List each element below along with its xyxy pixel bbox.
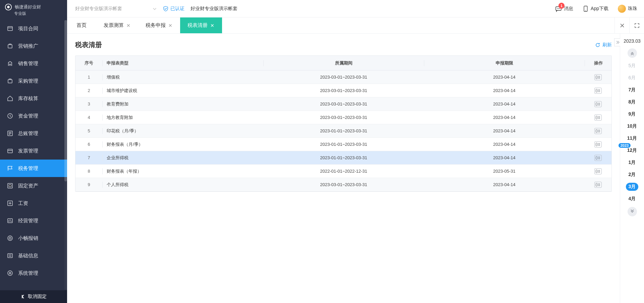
month-item[interactable]: 9月 <box>626 110 639 118</box>
tab-close-icon[interactable]: ✕ <box>168 23 172 28</box>
tab-home[interactable]: 首页 <box>67 17 96 33</box>
table-row[interactable]: 6财务报表（月/季）2023-01-01~2023-03-312023-04-1… <box>75 138 611 151</box>
topbar-right: 1 消息 App下载 珠珠 <box>555 5 637 13</box>
row-view-button[interactable] <box>594 115 602 121</box>
table-row[interactable]: 3教育费附加2023-03-01~2023-03-312023-04-14 <box>75 97 611 111</box>
sidebar-item[interactable]: 小畅报销 <box>0 229 67 247</box>
cell-period: 2022-01-01~2022-12-31 <box>263 169 424 174</box>
cell-deadline: 2023-04-14 <box>424 75 585 80</box>
pin-toggle[interactable]: 取消固定 <box>0 290 67 303</box>
tab-fullscreen-button[interactable] <box>629 17 644 33</box>
sidebar-item[interactable]: 税务管理 <box>0 160 67 177</box>
row-view-button[interactable] <box>594 182 602 188</box>
row-view-button[interactable] <box>594 141 602 147</box>
tab[interactable]: 税务申报✕ <box>138 17 180 33</box>
sidebar-item[interactable]: 项目合同 <box>0 20 67 37</box>
tab-close-button[interactable] <box>614 17 629 33</box>
svg-rect-22 <box>596 89 597 92</box>
sidebar-item[interactable]: 销售管理 <box>0 55 67 72</box>
svg-point-20 <box>585 10 586 11</box>
table-row[interactable]: 2城市维护建设税2023-03-01~2023-03-312023-04-14 <box>75 84 611 97</box>
month-item[interactable]: 1月 <box>626 159 639 167</box>
brand: 畅捷通好业财 <box>0 0 67 11</box>
table-row[interactable]: 7企业所得税2023-01-01~2023-03-312023-04-14 <box>75 151 611 165</box>
table-row[interactable]: 5印花税（月/季）2023-01-01~2023-03-312023-04-14 <box>75 124 611 138</box>
tab[interactable]: 发票测算✕ <box>96 17 138 33</box>
tabbar: 首页 发票测算✕税务申报✕税表清册✕ <box>67 17 644 34</box>
cell-op <box>585 115 611 121</box>
svg-rect-27 <box>596 156 597 159</box>
sidebar-item-label: 税务管理 <box>18 165 38 172</box>
row-view-button[interactable] <box>594 155 602 161</box>
messages-button[interactable]: 1 消息 <box>555 5 573 12</box>
svg-rect-24 <box>596 116 597 119</box>
sidebar: 畅捷通好业财 专业版 项目合同营销推广销售管理采购管理库存核算资金管理总账管理发… <box>0 0 67 303</box>
chevrons-right-icon <box>615 40 620 44</box>
month-rail-down[interactable] <box>628 207 637 216</box>
account-selector[interactable]: 好业财专业版演示帐套 <box>75 6 157 12</box>
tab-close-icon[interactable]: ✕ <box>126 23 130 28</box>
table-row[interactable]: 8财务报表（年报）2022-01-01~2022-12-312023-05-31 <box>75 165 611 178</box>
detail-icon <box>596 143 600 146</box>
cell-op <box>585 128 611 134</box>
sidebar-item[interactable]: 系统管理 <box>0 264 67 282</box>
sidebar-item-label: 总账管理 <box>18 130 38 137</box>
nav-item-icon <box>7 252 13 259</box>
row-view-button[interactable] <box>594 101 602 107</box>
messages-badge: 1 <box>558 3 565 9</box>
sidebar-item[interactable]: 经营管理 <box>0 212 67 229</box>
app-download-button[interactable]: App下载 <box>583 6 608 12</box>
svg-rect-2 <box>8 27 12 31</box>
svg-point-11 <box>8 236 12 241</box>
month-item[interactable]: 8月 <box>626 98 639 106</box>
sidebar-item[interactable]: 资金管理 <box>0 107 67 125</box>
month-item[interactable]: 4月 <box>626 195 639 203</box>
table-row[interactable]: 9个人所得税2023-03-01~2023-03-312023-04-14 <box>75 178 611 191</box>
month-item[interactable]: 10月 <box>625 122 640 130</box>
month-rail-expand[interactable] <box>614 38 620 46</box>
cell-type: 教育费附加 <box>102 101 263 107</box>
refresh-button[interactable]: 刷新 <box>595 42 612 48</box>
cell-index: 6 <box>75 142 102 147</box>
month-item[interactable]: 3月 <box>626 183 639 191</box>
row-view-button[interactable] <box>594 168 602 174</box>
cell-period: 2023-03-01~2023-03-31 <box>263 101 424 106</box>
sidebar-item[interactable]: 基础信息 <box>0 247 67 264</box>
tab-close-icon[interactable]: ✕ <box>210 23 214 28</box>
chevrons-up-icon <box>630 51 635 55</box>
sidebar-item[interactable]: 库存核算 <box>0 90 67 107</box>
svg-point-17 <box>558 8 559 9</box>
month-rail-up[interactable] <box>628 48 637 58</box>
sidebar-item[interactable]: 固定资产 <box>0 177 67 194</box>
cell-deadline: 2023-04-14 <box>424 88 585 93</box>
sidebar-item[interactable]: 营销推广 <box>0 37 67 55</box>
svg-point-13 <box>8 271 12 275</box>
sidebar-item[interactable]: 总账管理 <box>0 125 67 142</box>
row-view-button[interactable] <box>594 128 602 134</box>
sidebar-item-label: 发票管理 <box>18 148 38 154</box>
tab[interactable]: 税表清册✕ <box>180 17 222 33</box>
sidebar-item[interactable]: 采购管理 <box>0 72 67 90</box>
table-row[interactable]: 1增值税2023-03-01~2023-03-312023-04-14 <box>75 71 611 84</box>
sidebar-item[interactable]: 工资 <box>0 194 67 212</box>
row-view-button[interactable] <box>594 88 602 94</box>
fullscreen-icon <box>634 23 640 28</box>
svg-rect-29 <box>596 183 597 186</box>
month-item[interactable]: 11月 <box>625 134 640 142</box>
month-item[interactable]: 5月 <box>626 62 639 70</box>
user-menu[interactable]: 珠珠 <box>618 5 637 13</box>
row-view-button[interactable] <box>594 74 602 80</box>
cell-deadline: 2023-04-14 <box>424 115 585 120</box>
phone-icon <box>583 6 589 12</box>
svg-rect-28 <box>596 170 597 173</box>
month-item[interactable]: 7月 <box>626 86 639 94</box>
month-item[interactable]: 2月 <box>626 171 639 179</box>
sidebar-scroll-thumb[interactable] <box>64 20 67 181</box>
sidebar-item-label: 项目合同 <box>18 26 38 32</box>
table-row[interactable]: 4地方教育附加2023-03-01~2023-03-312023-04-14 <box>75 111 611 124</box>
cell-op <box>585 74 611 80</box>
month-item[interactable]: 6月 <box>626 74 639 82</box>
sidebar-item[interactable]: 发票管理 <box>0 142 67 160</box>
cell-op <box>585 155 611 161</box>
nav-item-icon <box>7 60 13 67</box>
